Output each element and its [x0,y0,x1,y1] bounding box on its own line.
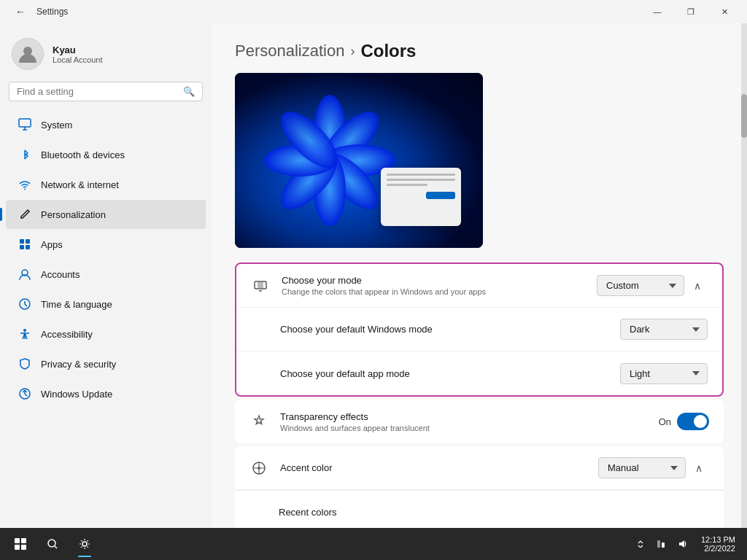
sidebar-item-update[interactable]: Windows Update [6,379,206,408]
transparency-section: Transparency effects Windows and surface… [235,400,724,443]
scrollbar[interactable] [741,23,747,528]
apps-icon [18,237,32,252]
accent-dropdown[interactable]: Manual Automatic [598,457,686,478]
sidebar-item-time-label: Time & language [41,299,112,310]
windows-mode-dropdown[interactable]: Dark Light [620,319,708,340]
windows-mode-control: Dark Light [620,319,708,340]
start-button[interactable] [6,529,35,559]
sidebar-item-system-label: System [41,120,72,131]
sidebar-item-network[interactable]: Network & internet [6,170,206,199]
svg-point-23 [258,467,260,470]
accent-row: Accent color Manual Automatic ∧ [235,446,724,490]
toggle-on-label: On [659,416,671,427]
preview-dialog [381,168,461,226]
taskbar-time-value: 12:13 PM [701,535,735,544]
accent-expand-btn[interactable]: ∧ [689,458,709,478]
sidebar-item-personalization-label: Personalization [41,209,106,220]
taskbar-date-value: 2/2/2022 [704,544,735,553]
transparency-toggle[interactable] [677,413,709,430]
app-mode-info: Choose your default app mode [280,368,608,379]
update-icon [18,386,32,401]
user-name: Kyau [53,44,103,55]
accent-label: Accent color [280,462,587,473]
choose-mode-info: Choose your mode Change the colors that … [282,275,585,296]
sidebar-item-update-label: Windows Update [41,389,112,400]
sidebar: Kyau Local Account 🔍 System Bluetooth & … [0,23,212,528]
choose-mode-expand-btn[interactable]: ∧ [687,276,708,296]
svg-point-28 [48,540,55,547]
avatar [12,38,44,70]
accessibility-icon [18,327,32,341]
titlebar: ← Settings — ❐ ✕ [0,0,747,23]
close-button[interactable]: ✕ [708,0,741,23]
choose-mode-control: Custom Light Dark ∧ [597,275,708,296]
accent-info: Accent color [280,462,587,473]
mode-icon [251,276,270,295]
maximize-button[interactable]: ❐ [674,0,708,23]
accent-control: Manual Automatic ∧ [598,457,709,478]
app-mode-label: Choose your default app mode [280,368,608,379]
svg-point-9 [23,329,26,332]
svg-rect-27 [21,545,26,550]
sidebar-item-apps[interactable]: Apps [6,230,206,259]
windows-mode-info: Choose your default Windows mode [280,324,608,335]
wifi-icon [18,177,32,192]
transparency-row: Transparency effects Windows and surface… [235,400,724,443]
taskbar-settings-button[interactable] [70,529,99,559]
svg-rect-31 [662,542,665,548]
svg-rect-6 [26,245,30,249]
breadcrumb-current: Colors [360,41,416,61]
choose-mode-desc: Change the colors that appear in Windows… [282,287,585,296]
breadcrumb-parent: Personalization [235,42,344,61]
sidebar-item-network-label: Network & internet [41,179,119,190]
svg-rect-24 [15,538,20,543]
taskbar-clock[interactable]: 12:13 PM 2/2/2022 [695,532,741,556]
taskbar-volume-icon[interactable] [673,536,692,552]
sidebar-item-time[interactable]: Time & language [6,289,206,319]
sidebar-item-accounts[interactable]: Accounts [6,260,206,289]
accent-icon [249,459,268,478]
taskbar-left [6,529,632,559]
minimize-button[interactable]: — [640,0,674,23]
sidebar-item-accessibility[interactable]: Accessibility [6,319,206,349]
privacy-icon [18,357,32,371]
transparency-control: On [659,413,709,430]
taskbar-chevron[interactable] [632,537,649,551]
svg-rect-25 [21,538,26,543]
sidebar-item-system[interactable]: System [6,110,206,139]
sidebar-item-privacy[interactable]: Privacy & security [6,349,206,378]
choose-mode-dropdown[interactable]: Custom Light Dark [597,275,684,296]
transparency-icon [249,412,268,431]
sidebar-item-bluetooth[interactable]: Bluetooth & devices [6,140,206,169]
back-button[interactable]: ← [10,1,31,22]
transparency-label: Transparency effects [280,411,647,422]
app-mode-dropdown[interactable]: Light Dark [620,363,708,384]
windows-mode-row: Choose your default Windows mode Dark Li… [236,308,722,351]
sidebar-item-bluetooth-label: Bluetooth & devices [41,149,125,160]
search-input[interactable] [17,86,177,97]
mode-section: Choose your mode Change the colors that … [235,262,724,397]
search-icon: 🔍 [183,86,195,97]
search-box[interactable]: 🔍 [9,82,203,101]
taskbar-right: 12:13 PM 2/2/2022 [632,532,741,556]
windows-mode-label: Choose your default Windows mode [280,324,608,335]
user-section: Kyau Local Account [0,29,212,82]
sidebar-item-personalization[interactable]: Personalization [6,200,206,229]
svg-point-29 [82,542,87,546]
choose-mode-label: Choose your mode [282,275,585,286]
monitor-icon [18,117,32,132]
svg-rect-26 [15,545,20,550]
accounts-icon [18,267,32,281]
app-mode-control: Light Dark [620,363,708,384]
taskbar-network-icon[interactable] [651,536,670,552]
svg-rect-1 [19,119,31,127]
svg-rect-30 [657,540,660,548]
app-mode-row: Choose your default app mode Light Dark [236,351,722,395]
titlebar-title: Settings [36,7,68,17]
pen-icon [18,207,32,222]
svg-rect-4 [26,239,30,244]
sidebar-item-accounts-label: Accounts [41,269,80,280]
taskbar: 12:13 PM 2/2/2022 [0,528,747,560]
recent-colors-row: Recent colors [235,490,724,528]
taskbar-search-button[interactable] [38,529,67,559]
